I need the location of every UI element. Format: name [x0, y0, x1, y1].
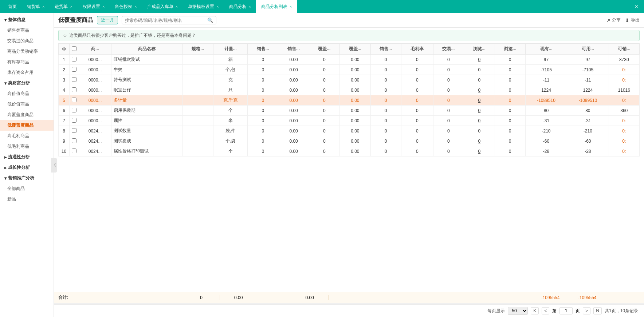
row-view1[interactable]: 0: [464, 75, 495, 85]
filter-period-button[interactable]: 近一月: [97, 16, 118, 24]
sidebar-item-capital[interactable]: 库存资金占用: [0, 67, 54, 78]
page-size-label: 每页显示: [487, 308, 505, 314]
row-trans: 0: [433, 75, 464, 85]
row-checkbox[interactable]: [70, 106, 79, 116]
row-view1[interactable]: 0: [464, 146, 495, 156]
checkbox-col-header[interactable]: [70, 44, 79, 55]
sidebar-group-overall[interactable]: ▾ 整体信息: [0, 15, 54, 25]
row-checkbox[interactable]: [70, 146, 79, 156]
row-stock2: -60: [567, 136, 609, 146]
close-icon[interactable]: ×: [70, 4, 72, 9]
row-checkbox[interactable]: [70, 55, 79, 65]
row-trans: 0: [433, 136, 464, 146]
sidebar-item-low-value[interactable]: 低价值商品: [0, 99, 54, 110]
nav-tab-purchase[interactable]: 进货单 ×: [50, 0, 77, 13]
sidebar-item-high-coverage[interactable]: 高覆盖度商品: [0, 110, 54, 120]
search-icon[interactable]: [207, 17, 213, 23]
top-nav: 首页 销货单 × 进货单 × 权限设置 × 角色授权 × 产成品入库单 × 单据…: [0, 0, 644, 13]
nav-tab-role[interactable]: 角色授权 ×: [110, 0, 142, 13]
chevron-down-icon: ▾: [4, 81, 7, 86]
row-view1[interactable]: 0: [464, 126, 495, 136]
sidebar-group-wealth[interactable]: ▾ 类财富分析: [0, 78, 54, 88]
sidebar-group-flow[interactable]: ▸ 流通性分析: [0, 152, 54, 162]
row-spec: [182, 75, 213, 85]
nav-tab-template[interactable]: 单据模板设置 ×: [183, 0, 224, 13]
page-label: 第: [552, 308, 557, 314]
row-spec: [182, 136, 213, 146]
page-number-input[interactable]: [559, 307, 573, 314]
col-view2: 浏览...: [495, 44, 525, 55]
page-title: 低覆盖度商品: [58, 16, 93, 24]
row-view1[interactable]: 0: [464, 95, 495, 106]
row-checkbox[interactable]: [70, 116, 79, 126]
page-size-select[interactable]: 50 100: [508, 307, 528, 315]
row-view1[interactable]: 0: [464, 65, 495, 75]
nav-tab-sales[interactable]: 销货单 ×: [22, 0, 50, 13]
row-checkbox[interactable]: [70, 85, 79, 95]
row-no: 9: [59, 136, 70, 146]
row-trans: 0: [433, 146, 464, 156]
sidebar-item-all-goods[interactable]: 全部商品: [0, 183, 54, 194]
row-name: 多计量: [111, 95, 183, 106]
row-view1[interactable]: 0: [464, 55, 495, 65]
row-checkbox[interactable]: [70, 65, 79, 75]
sidebar-item-in-stock[interactable]: 有库存商品: [0, 57, 54, 67]
prev-page-button[interactable]: <: [542, 307, 549, 314]
close-icon[interactable]: ×: [176, 4, 178, 9]
close-icon[interactable]: ×: [134, 4, 137, 9]
row-name: 牛奶: [111, 65, 183, 75]
row-view1[interactable]: 0: [464, 116, 495, 126]
chevron-down-icon: ▾: [4, 17, 7, 23]
sidebar-group-marketing[interactable]: ▾ 营销推广分析: [0, 173, 54, 183]
close-icon[interactable]: ×: [42, 4, 44, 9]
export-button[interactable]: 导出: [625, 17, 640, 23]
sidebar-item-low-gross[interactable]: 低毛利商品: [0, 141, 54, 152]
row-checkbox[interactable]: [70, 75, 79, 85]
header-actions: 分享 导出: [606, 17, 640, 23]
row-unit: 袋,件: [213, 126, 248, 136]
row-checkbox[interactable]: [70, 136, 79, 146]
nav-tab-analysis-list[interactable]: 商品分析列表 ×: [256, 0, 297, 13]
sidebar-item-new-goods[interactable]: 新品: [0, 194, 54, 205]
share-button[interactable]: 分享: [606, 17, 621, 23]
row-view1[interactable]: 0: [464, 136, 495, 146]
row-stock2: -1089510: [567, 95, 609, 106]
row-checkbox[interactable]: [70, 126, 79, 136]
row-stock1: 80: [525, 106, 567, 116]
sidebar-group-growth[interactable]: ▸ 成长性分析: [0, 162, 54, 173]
row-cov1: 0: [309, 146, 339, 156]
nav-tab-home[interactable]: 首页: [3, 0, 22, 13]
close-all-button[interactable]: ×: [632, 3, 641, 10]
search-input[interactable]: [125, 18, 205, 23]
first-page-button[interactable]: K: [531, 307, 539, 314]
sidebar-collapse-button[interactable]: 《: [51, 158, 57, 173]
row-trans: 0: [433, 55, 464, 65]
select-all-checkbox[interactable]: [72, 46, 76, 51]
sidebar-item-traded-goods[interactable]: 交易过的商品: [0, 36, 54, 46]
row-stock2: -28: [567, 146, 609, 156]
row-stock1: 1224: [525, 85, 567, 95]
close-icon[interactable]: ×: [102, 4, 105, 9]
row-trans: 0: [433, 126, 464, 136]
settings-col-header[interactable]: [59, 44, 70, 55]
sidebar-item-high-value[interactable]: 高价值商品: [0, 88, 54, 99]
row-view1[interactable]: 0: [464, 85, 495, 95]
row-cov1: 0: [309, 95, 339, 106]
nav-tab-analysis[interactable]: 商品分析 ×: [224, 0, 256, 13]
close-icon[interactable]: ×: [290, 4, 292, 9]
nav-tab-permission[interactable]: 权限设置 ×: [78, 0, 110, 13]
sidebar-item-high-gross[interactable]: 高毛利商品: [0, 131, 54, 141]
table-row: 3 0000... 符号测试 克 0 0.00 0 0.00 0 0 0 0 0…: [59, 75, 640, 85]
next-page-button[interactable]: >: [583, 307, 590, 314]
sidebar-item-sales-goods[interactable]: 销售类商品: [0, 25, 54, 36]
nav-tab-product[interactable]: 产成品入库单 ×: [142, 0, 183, 13]
close-icon[interactable]: ×: [249, 4, 251, 9]
row-sales3: 0: [370, 95, 401, 106]
sidebar-item-category-rate[interactable]: 商品分类动销率: [0, 46, 54, 57]
sidebar-item-low-coverage[interactable]: 低覆盖度商品: [0, 120, 54, 131]
close-icon[interactable]: ×: [216, 4, 219, 9]
last-page-button[interactable]: N: [593, 307, 602, 314]
row-view1[interactable]: 0: [464, 106, 495, 116]
row-checkbox[interactable]: [70, 95, 79, 106]
search-box: [122, 16, 216, 24]
